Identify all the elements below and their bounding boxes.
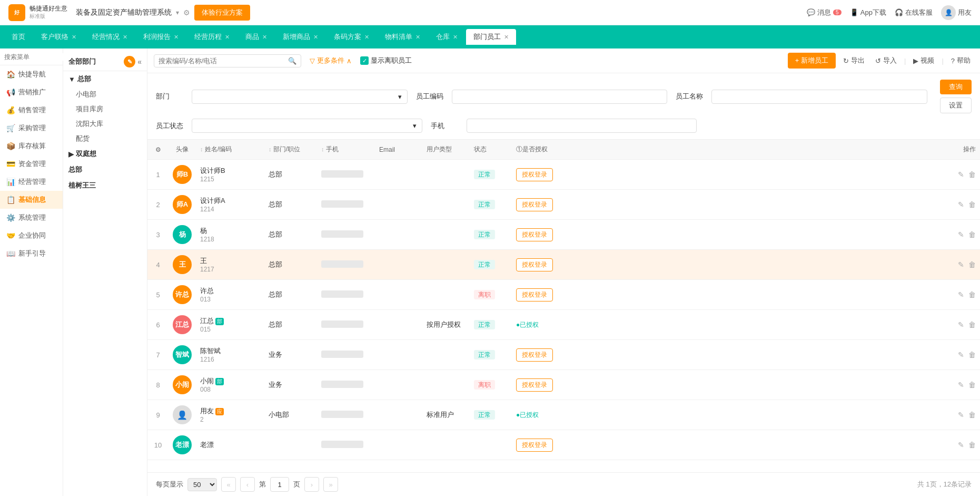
auth-login-btn[interactable]: 授权登录 [516,348,553,362]
delete-btn[interactable]: 🗑 [968,200,976,209]
edit-btn[interactable]: ✎ [958,260,964,269]
edit-btn[interactable]: ✎ [958,200,964,209]
add-employee-btn[interactable]: + 新增员工 [788,53,836,69]
sidebar-item-marketing[interactable]: 📢 营销推广 [0,83,63,101]
reset-btn[interactable]: 设置 [940,98,972,113]
search-input[interactable] [159,57,286,65]
nav-tab-barcode[interactable]: 条码方案 ✕ [326,29,377,45]
sidebar-item-collab[interactable]: 🤝 企业协同 [0,227,63,245]
auth-login-btn[interactable]: 授权登录 [516,228,553,241]
dept-child-xiaodian[interactable]: 小电部 [63,87,147,102]
phone-input[interactable] [467,119,697,133]
close-icon[interactable]: ✕ [504,34,509,41]
col-settings[interactable]: ⚙ [147,140,169,160]
sidebar-item-purchase[interactable]: 🛒 采购管理 [0,119,63,137]
sidebar-item-sales[interactable]: 💰 销售管理 [0,101,63,119]
nav-tab-dept-employee[interactable]: 部门员工 ✕ [466,29,516,45]
emp-name-input[interactable] [711,90,927,104]
filter-more-btn[interactable]: ▽ 更多条件 ∧ [305,54,356,67]
show-resigned-area[interactable]: ✓ 显示离职员工 [360,56,412,65]
nav-tab-home[interactable]: 首页 [4,29,33,45]
col-name[interactable]: ↕ 姓名/编码 [196,140,264,160]
nav-tab-bom[interactable]: 物料清单 ✕ [378,29,428,45]
delete-btn[interactable]: 🗑 [968,441,976,449]
delete-btn[interactable]: 🗑 [968,351,976,359]
dept-section-headquarter[interactable]: ▼ 总部 [63,71,147,87]
message-btn[interactable]: 💬 消息 5 [807,8,842,17]
delete-btn[interactable]: 🗑 [968,230,976,239]
close-icon[interactable]: ✕ [123,34,127,41]
dept-collapse-icon[interactable]: « [137,57,142,66]
nav-tab-warehouse[interactable]: 仓库 ✕ [429,29,465,45]
app-download-btn[interactable]: 📱 App下载 [850,8,886,17]
sidebar-item-basic-info[interactable]: 📋 基础信息 [0,191,63,209]
dept-section-headquarter2[interactable]: 总部 [63,162,147,178]
close-icon[interactable]: ✕ [262,34,267,41]
edit-btn[interactable]: ✎ [958,170,964,179]
nav-tab-add-goods[interactable]: 新增商品 ✕ [275,29,325,45]
user-area[interactable]: 👤 用友 [941,5,972,20]
delete-btn[interactable]: 🗑 [968,170,976,179]
per-page-select[interactable]: 50 100 [187,478,217,491]
edit-btn[interactable]: ✎ [958,411,964,419]
nav-tab-goods[interactable]: 商品 ✕ [238,29,274,45]
import-btn[interactable]: ↺ 导入 [872,54,900,67]
dept-section-shuangting[interactable]: ▶ 双庭想 [63,146,147,162]
trial-button[interactable]: 体验行业方案 [194,5,250,21]
close-icon[interactable]: ✕ [313,34,318,41]
query-btn[interactable]: 查询 [940,80,972,94]
view-btn[interactable]: ▶ 视频 [910,54,937,67]
close-icon[interactable]: ✕ [174,34,179,41]
dept-child-distribution[interactable]: 配货 [63,131,147,146]
auth-login-btn[interactable]: 授权登录 [516,288,553,302]
delete-btn[interactable]: 🗑 [968,290,976,299]
dept-select[interactable]: ▾ [192,90,408,104]
close-icon[interactable]: ✕ [453,34,458,41]
gear-icon[interactable]: ⚙ [183,8,190,17]
edit-btn[interactable]: ✎ [958,320,964,329]
sidebar-item-finance[interactable]: 💳 资金管理 [0,155,63,173]
delete-btn[interactable]: 🗑 [968,411,976,419]
delete-btn[interactable]: 🗑 [968,320,976,329]
delete-btn[interactable]: 🗑 [968,381,976,389]
last-page-btn[interactable]: » [323,477,338,492]
col-phone[interactable]: ↕ 手机 [317,140,375,160]
online-service-btn[interactable]: 🎧 在线客服 [895,8,933,17]
nav-tab-customer[interactable]: 客户联络 ✕ [34,29,84,45]
help-btn[interactable]: ? 帮助 [948,54,974,67]
dept-section-zhishu[interactable]: 植树王三 [63,178,147,193]
col-dept[interactable]: ↕ 部门/职位 [264,140,317,160]
close-icon[interactable]: ✕ [225,34,230,41]
auth-login-btn[interactable]: 授权登录 [516,198,553,211]
dept-child-shenyang[interactable]: 沈阳大库 [63,116,147,131]
close-icon[interactable]: ✕ [72,34,76,41]
close-icon[interactable]: ✕ [415,34,420,41]
sidebar-item-guide[interactable]: 📖 新手引导 [0,245,63,262]
dept-child-project[interactable]: 项目库房 [63,102,147,116]
sidebar-item-inventory[interactable]: 📦 库存核算 [0,137,63,155]
sidebar-item-shortcut[interactable]: 🏠 快捷导航 [0,65,63,83]
auth-login-btn[interactable]: 授权登录 [516,258,553,271]
first-page-btn[interactable]: « [221,477,236,492]
emp-status-select[interactable]: ▾ [192,119,422,133]
auth-login-btn[interactable]: 授权登录 [516,168,553,181]
delete-btn[interactable]: 🗑 [968,260,976,269]
emp-code-input[interactable] [452,90,668,104]
export-btn[interactable]: ↻ 导出 [840,54,868,67]
edit-btn[interactable]: ✎ [958,351,964,359]
sidebar-item-management[interactable]: 📊 经营管理 [0,173,63,191]
edit-btn[interactable]: ✎ [958,441,964,449]
edit-btn[interactable]: ✎ [958,290,964,299]
auth-login-btn[interactable]: 授权登录 [516,439,553,452]
auth-login-btn[interactable]: 授权登录 [516,378,553,392]
edit-btn[interactable]: ✎ [958,381,964,389]
prev-page-btn[interactable]: ‹ [240,477,255,492]
close-icon[interactable]: ✕ [364,34,369,41]
nav-tab-history[interactable]: 经营历程 ✕ [187,29,237,45]
dropdown-arrow-icon[interactable]: ▾ [176,9,179,16]
page-input[interactable] [270,477,289,492]
sidebar-item-system[interactable]: ⚙️ 系统管理 [0,209,63,227]
dept-edit-btn[interactable]: ✎ [124,56,135,67]
nav-tab-profit[interactable]: 利润报告 ✕ [136,29,186,45]
next-page-btn[interactable]: › [304,477,319,492]
